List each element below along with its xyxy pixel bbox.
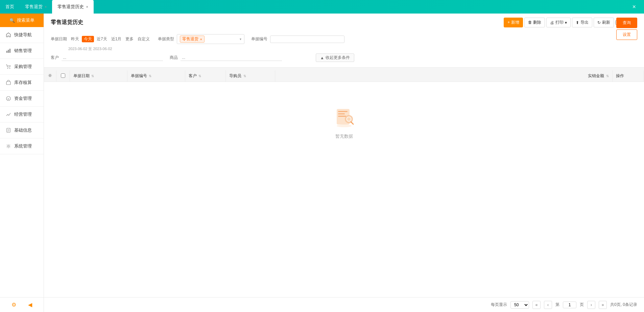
- th-doc-no[interactable]: 单据编号 ⇅: [127, 70, 185, 82]
- svg-point-3: [7, 68, 8, 69]
- tab-retail-return-history-close[interactable]: ×: [86, 5, 88, 9]
- svg-point-4: [9, 68, 10, 69]
- customer-input[interactable]: [62, 54, 163, 61]
- page-unit: 页: [580, 302, 584, 308]
- sidebar-item-quick-nav[interactable]: 快捷导航: [0, 27, 44, 43]
- page-title: 零售退货历史: [51, 19, 83, 26]
- th-actual-amount-label: 实销金额: [588, 73, 604, 78]
- btn-yesterday[interactable]: 昨天: [70, 36, 80, 42]
- tab-home[interactable]: 首页: [0, 0, 20, 14]
- doc-type-selected-text: 零售退货: [182, 36, 198, 42]
- btn-custom[interactable]: 自定义: [136, 36, 151, 42]
- svg-rect-2: [9, 49, 10, 53]
- query-button[interactable]: 查询: [616, 18, 637, 28]
- doc-no-input[interactable]: [270, 36, 344, 43]
- doc-no-label: 单据编号: [251, 36, 267, 42]
- sidebar-nav: 快捷导航 销售管理 采购管理: [0, 27, 44, 297]
- collapse-filter-button[interactable]: ▲ 收起更多条件: [316, 53, 354, 62]
- btn-today[interactable]: 今天: [82, 36, 94, 42]
- empty-state: 暂无数据: [44, 82, 644, 160]
- collapse-sidebar-icon[interactable]: ◀: [28, 302, 32, 308]
- sidebar-item-purchase[interactable]: 采购管理: [0, 59, 44, 75]
- date-filter: 单据日期 昨天 今天 近7天 近1月 更多 自定义: [51, 36, 151, 42]
- doc-type-filter: 单据类型 零售退货 × ▾: [158, 34, 244, 44]
- purchase-icon: [5, 64, 11, 70]
- sidebar-item-inventory[interactable]: 库存核算: [0, 75, 44, 91]
- content-area: 零售退货历史 + 新增 🗑 删除 🖨 打印 ▾ ⬆ 导出: [44, 14, 644, 312]
- sidebar-search-label: 搜索菜单: [17, 17, 34, 23]
- prev-page-btn[interactable]: ‹: [544, 301, 552, 309]
- sort-doc-date-icon: ⇅: [91, 74, 94, 78]
- print-button[interactable]: 🖨 打印 ▾: [546, 18, 571, 27]
- table-area: 单据日期 ⇅ 单据编号 ⇅ 客户 ⇅: [44, 70, 644, 312]
- sidebar-item-operations[interactable]: 经营管理: [0, 107, 44, 122]
- th-settings[interactable]: [44, 70, 56, 82]
- sales-icon: [5, 48, 11, 54]
- tab-bar: 首页 零售退货 × 零售退货历史 ×: [0, 0, 629, 14]
- export-icon: ⬆: [576, 20, 579, 25]
- nav-item-label-quick: 快捷导航: [14, 32, 32, 38]
- nav-item-label-operations: 经营管理: [14, 111, 32, 117]
- th-operation: 操作: [612, 70, 644, 82]
- tab-home-label: 首页: [5, 4, 14, 10]
- settings-bottom-icon[interactable]: ⚙: [11, 302, 16, 308]
- sidebar-search[interactable]: 🔍 搜索菜单: [0, 14, 44, 27]
- last-page-btn[interactable]: »: [599, 301, 607, 309]
- next-page-btn[interactable]: ›: [587, 301, 595, 309]
- nav-item-label-inventory: 库存核算: [14, 80, 32, 86]
- tab-retail-return-close[interactable]: ×: [45, 5, 47, 9]
- sidebar-item-finance[interactable]: ¥ 资金管理: [0, 91, 44, 107]
- print-dropdown-icon: ▾: [565, 20, 567, 25]
- page-size-label: 每页显示: [491, 302, 507, 308]
- empty-icon: [331, 102, 358, 129]
- th-guide[interactable]: 导购员 ⇅: [226, 70, 275, 82]
- nav-item-label-purchase: 采购管理: [14, 64, 32, 70]
- export-button[interactable]: ⬆ 导出: [572, 18, 592, 27]
- sort-guide-icon: ⇅: [243, 74, 246, 78]
- goods-input[interactable]: [181, 54, 282, 61]
- svg-rect-5: [6, 82, 10, 85]
- doc-no-filter: 单据编号: [251, 36, 344, 43]
- svg-rect-13: [338, 111, 348, 112]
- page-number-input[interactable]: [563, 302, 576, 308]
- new-button[interactable]: + 新增: [504, 18, 523, 27]
- doc-type-select[interactable]: 零售退货 × ▾: [177, 34, 244, 44]
- svg-point-19: [347, 117, 351, 121]
- first-page-btn[interactable]: «: [532, 301, 541, 309]
- home-icon: [5, 32, 11, 38]
- th-actual-amount[interactable]: 实销金额 ⇅: [555, 70, 612, 82]
- th-doc-date[interactable]: 单据日期 ⇅: [70, 70, 127, 82]
- collapse-icon: ▲: [320, 55, 324, 60]
- nav-item-label-finance: 资金管理: [14, 95, 32, 102]
- page-label: 第: [555, 302, 559, 308]
- doc-type-tag-close[interactable]: ×: [200, 37, 202, 41]
- svg-point-11: [337, 125, 352, 127]
- data-table: 单据日期 ⇅ 单据编号 ⇅ 客户 ⇅: [44, 70, 644, 82]
- sidebar-item-system[interactable]: 系统管理: [0, 138, 44, 154]
- svg-rect-15: [338, 116, 346, 117]
- th-doc-date-label: 单据日期: [73, 73, 90, 78]
- btn-7days[interactable]: 近7天: [95, 36, 109, 42]
- delete-button[interactable]: 🗑 删除: [524, 18, 545, 27]
- th-customer[interactable]: 客户 ⇅: [185, 70, 226, 82]
- sidebar-item-basic-info[interactable]: 基础信息: [0, 122, 44, 138]
- refresh-button[interactable]: ↻ 刷新: [594, 18, 614, 27]
- doc-type-tag: 零售退货 ×: [180, 36, 204, 43]
- btn-more[interactable]: 更多: [124, 36, 135, 42]
- collapse-label: 收起更多条件: [326, 55, 350, 61]
- svg-text:¥: ¥: [7, 97, 9, 101]
- select-all-checkbox[interactable]: [61, 73, 65, 78]
- filter-area: 单据日期 昨天 今天 近7天 近1月 更多 自定义: [51, 31, 637, 67]
- operations-icon: [5, 111, 11, 117]
- tab-retail-return-history[interactable]: 零售退货历史 ×: [52, 0, 93, 14]
- nav-item-label-basic-info: 基础信息: [14, 127, 32, 133]
- tab-retail-return[interactable]: 零售退货 ×: [20, 0, 52, 14]
- th-checkbox[interactable]: [56, 70, 70, 82]
- setting-button[interactable]: 设置: [616, 29, 637, 40]
- btn-1month[interactable]: 近1月: [110, 36, 123, 42]
- top-bar-right: ×: [629, 2, 644, 12]
- window-close-button[interactable]: ×: [629, 2, 639, 12]
- page-size-select[interactable]: 10 20 50 100: [510, 301, 529, 309]
- sidebar-item-sales[interactable]: 销售管理: [0, 43, 44, 59]
- doc-type-label: 单据类型: [158, 36, 174, 42]
